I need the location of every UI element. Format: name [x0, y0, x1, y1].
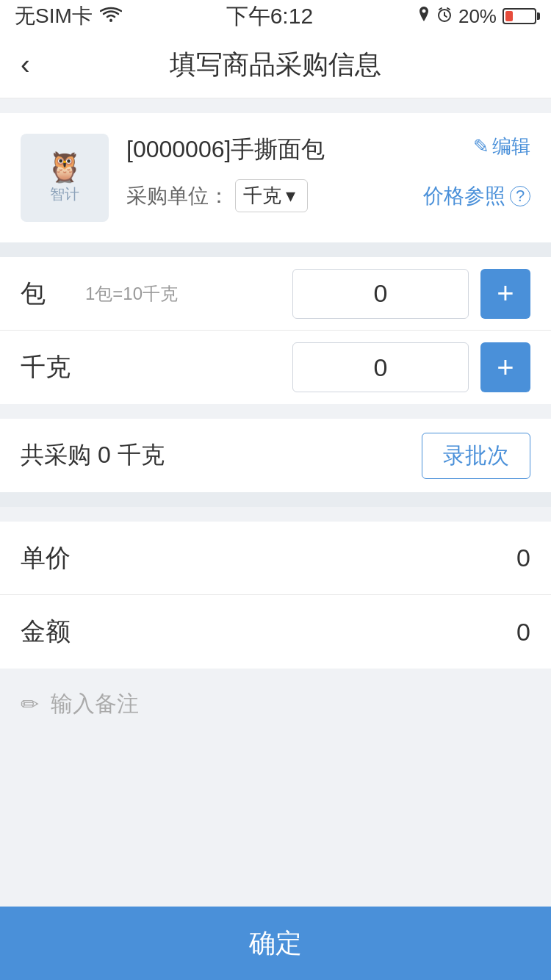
- kg-input-row: 千克 0 +: [0, 331, 551, 404]
- wifi-icon: [100, 4, 122, 28]
- bag-input-row: 包 1包=10千克 0 +: [0, 257, 551, 331]
- bag-plus-button[interactable]: +: [480, 269, 530, 319]
- battery-percentage: 20%: [458, 5, 497, 28]
- bag-input-field[interactable]: 0: [292, 269, 469, 319]
- back-button[interactable]: ‹: [21, 49, 30, 81]
- total-label: 共采购 0 千克: [21, 439, 422, 472]
- amount-row: 金额 0: [0, 595, 551, 669]
- product-full-name: [0000006]手撕面包: [126, 134, 473, 166]
- carrier-text: 无SIM卡: [15, 2, 93, 30]
- input-section: 包 1包=10千克 0 + 千克 0 +: [0, 257, 551, 404]
- svg-point-0: [109, 19, 112, 22]
- unit-price-row: 单价 0: [0, 522, 551, 595]
- edit-icon: ✎: [473, 135, 489, 158]
- alarm-icon: [436, 5, 453, 28]
- svg-line-4: [439, 8, 442, 10]
- batch-button[interactable]: 录批次: [422, 433, 530, 479]
- kg-plus-button[interactable]: +: [480, 342, 530, 392]
- owl-icon: 🦉: [46, 152, 83, 181]
- amount-label: 金额: [21, 615, 516, 649]
- status-bar: 无SIM卡 下午6:12 20%: [0, 0, 551, 32]
- status-right: 20%: [417, 5, 536, 28]
- section-divider-2: [0, 492, 551, 507]
- unit-select-wrap: 采购单位： 千克 ▾: [126, 179, 308, 212]
- svg-line-3: [444, 15, 447, 17]
- product-image: 🦉 智计: [21, 134, 109, 222]
- bag-label: 包: [21, 277, 79, 311]
- svg-line-5: [447, 8, 450, 10]
- unit-row: 采购单位： 千克 ▾ 价格参照 ?: [126, 179, 530, 212]
- price-ref-button[interactable]: 价格参照 ?: [423, 182, 530, 210]
- product-info: [0000006]手撕面包 ✎ 编辑 采购单位： 千克 ▾ 价格参照 ?: [126, 134, 530, 212]
- bag-sub-label: 1包=10千克: [85, 282, 178, 306]
- notes-section[interactable]: ✏ 输入备注: [0, 669, 551, 740]
- kg-label: 千克: [21, 350, 79, 384]
- edit-link[interactable]: ✎ 编辑: [473, 134, 530, 159]
- amount-value: 0: [516, 618, 530, 646]
- brand-label: 智计: [50, 184, 79, 204]
- unit-label: 采购单位：: [126, 182, 229, 210]
- confirm-button[interactable]: 确定: [0, 907, 551, 980]
- unit-select[interactable]: 千克 ▾: [235, 179, 308, 212]
- notes-placeholder: 输入备注: [51, 689, 139, 719]
- total-section: 共采购 0 千克 录批次: [0, 419, 551, 492]
- status-time: 下午6:12: [226, 1, 313, 32]
- status-left: 无SIM卡: [15, 2, 122, 30]
- total-row: 共采购 0 千克 录批次: [0, 419, 551, 492]
- unit-price-value: 0: [516, 544, 530, 572]
- page-title: 填写商品采购信息: [170, 47, 381, 83]
- info-section: 单价 0 金额 0: [0, 522, 551, 669]
- unit-price-label: 单价: [21, 541, 516, 575]
- dropdown-arrow-icon: ▾: [286, 184, 295, 207]
- kg-input-field[interactable]: 0: [292, 342, 469, 392]
- help-icon: ?: [510, 186, 530, 206]
- nav-bar: ‹ 填写商品采购信息: [0, 32, 551, 98]
- pencil-icon: ✏: [21, 691, 39, 717]
- location-icon: [417, 5, 431, 28]
- section-divider-1: [0, 242, 551, 257]
- product-card: 🦉 智计 [0000006]手撕面包 ✎ 编辑 采购单位： 千克 ▾ 价格参照 …: [0, 113, 551, 242]
- battery-icon: [503, 8, 536, 24]
- confirm-button-label: 确定: [249, 926, 302, 962]
- product-name-row: [0000006]手撕面包 ✎ 编辑: [126, 134, 530, 166]
